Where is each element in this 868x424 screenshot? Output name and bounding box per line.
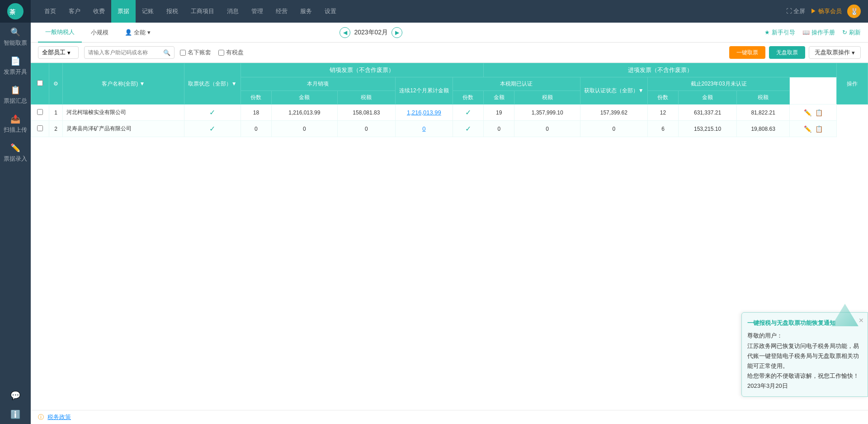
- user-avatar[interactable]: 🐰: [847, 5, 861, 18]
- statusbar-text[interactable]: 税务政策: [47, 413, 71, 421]
- nav-business[interactable]: 工商项目: [184, 0, 221, 23]
- th-uncertified: 截止2023年03月未认证: [647, 77, 790, 91]
- th-fetch-status: 取票状态（全部）▼: [184, 63, 241, 105]
- new-guide-icon: ★: [764, 29, 770, 36]
- invoice-open-icon: 📄: [10, 56, 20, 66]
- period-prev-button[interactable]: ◀: [340, 27, 350, 38]
- period-next-button[interactable]: ▶: [392, 27, 402, 38]
- sidebar-item-invoice-entry[interactable]: ✏️ 票据录入: [0, 138, 31, 167]
- period-label: 2023年02月: [354, 29, 388, 37]
- th-cert-count: 份数: [453, 91, 483, 105]
- filter-has-disk-checkbox[interactable]: [218, 50, 224, 56]
- row-uncert-count: 6: [647, 121, 678, 137]
- row-index: 1: [49, 105, 63, 121]
- row-edit-icon[interactable]: ✏️: [804, 125, 811, 133]
- row-copy-icon[interactable]: 📋: [815, 109, 823, 116]
- row-sales-count: 0: [241, 121, 271, 137]
- th-cert-amount: 金额: [484, 91, 514, 105]
- select-all-checkbox[interactable]: [37, 80, 43, 86]
- fullscreen-button[interactable]: ⛶ 全屏: [786, 7, 806, 15]
- tab-general-taxpayer[interactable]: 一般纳税人: [38, 23, 82, 43]
- nav-bookkeeping[interactable]: 记账: [136, 0, 160, 23]
- employee-select[interactable]: 全部员工 ▾: [38, 46, 79, 59]
- row-index: 2: [49, 121, 63, 137]
- tab-nav-actions: ★ 新手引导 📖 操作手册 ↻ 刷新: [764, 29, 861, 37]
- row-checkbox[interactable]: [31, 105, 49, 121]
- chat-icon: 💬: [10, 391, 20, 400]
- row-sales-count: 18: [241, 105, 271, 121]
- invoice-entry-icon: ✏️: [10, 143, 20, 153]
- nav-operation[interactable]: 经营: [269, 0, 294, 23]
- row-uncert-amount: 153,215.10: [679, 121, 737, 137]
- row-sales-accum[interactable]: 0: [396, 121, 453, 137]
- nav-invoice[interactable]: 票据: [111, 0, 136, 23]
- nav-message[interactable]: 消息: [221, 0, 245, 23]
- tab-general-taxpayer-label: 一般纳税人: [45, 28, 75, 36]
- member-button[interactable]: ▶ 畅享会员: [811, 7, 842, 15]
- sidebar-item-invoice-summary[interactable]: 📋 票据汇总: [0, 81, 31, 110]
- tab-all-icon: 👤: [125, 29, 132, 36]
- row-copy-icon[interactable]: 📋: [815, 125, 823, 133]
- sidebar-item-smart-fetch[interactable]: 🔍 智能取票: [0, 23, 31, 52]
- nav-manage[interactable]: 管理: [245, 0, 269, 23]
- row-edit-icon[interactable]: ✏️: [804, 109, 811, 116]
- refresh-button[interactable]: ↻ 刷新: [842, 29, 861, 37]
- sidebar-item-smart-fetch-label: 智能取票: [4, 39, 27, 47]
- main-table: ⚙ 客户名称(全部) ▼ 取票状态（全部）▼ 销项发票（不含作废票） 进项发票（…: [31, 63, 868, 137]
- manual-button[interactable]: 📖 操作手册: [802, 29, 835, 37]
- nav-settings[interactable]: 设置: [318, 0, 343, 23]
- row-sales-accum[interactable]: 1,216,013.99: [396, 105, 453, 121]
- search-icon: 🔍: [163, 49, 170, 56]
- sidebar-item-invoice-entry-label: 票据录入: [4, 155, 27, 163]
- employee-dropdown-icon: ▾: [67, 49, 71, 56]
- no-disk-operation-button[interactable]: 无盘取票操作 ▾: [809, 46, 861, 59]
- row-cert-count: 0: [484, 121, 514, 137]
- no-disk-fetch-button[interactable]: 无盘取票: [769, 46, 805, 59]
- row-actions: ✏️ 📋: [790, 121, 837, 137]
- nav-service[interactable]: 服务: [294, 0, 318, 23]
- statusbar-icon: ⓘ: [38, 413, 44, 421]
- th-operation: 操作: [837, 63, 868, 105]
- filter-own-account-checkbox[interactable]: [180, 50, 186, 56]
- employee-select-value: 全部员工: [42, 48, 66, 57]
- tab-all-dropdown-icon: ▾: [147, 29, 151, 36]
- one-click-fetch-button[interactable]: 一键取票: [729, 46, 765, 59]
- smart-fetch-icon: 🔍: [10, 27, 20, 37]
- row-checkbox[interactable]: [31, 121, 49, 137]
- sidebar-item-invoice-open[interactable]: 📄 发票开具: [0, 52, 31, 81]
- nav-home[interactable]: 首页: [38, 0, 62, 23]
- row-uncert-tax: 19,808.63: [736, 121, 790, 137]
- tab-all[interactable]: 👤 全能 ▾: [118, 23, 158, 43]
- sidebar-item-invoice-open-label: 发票开具: [4, 68, 27, 76]
- sidebar-item-chat[interactable]: 💬: [0, 386, 31, 405]
- nav-tax[interactable]: 报税: [160, 0, 184, 23]
- th-settings: ⚙: [49, 63, 63, 105]
- filter-has-disk[interactable]: 有税盘: [218, 48, 244, 57]
- th-sales-tax: 税额: [337, 91, 396, 105]
- row-actions: ✏️ 📋: [790, 105, 837, 121]
- notification-close-button[interactable]: ✕: [859, 315, 864, 326]
- filter-own-account[interactable]: 名下账套: [180, 48, 211, 57]
- notification-date: 2023年3月20日: [747, 381, 862, 391]
- sidebar-item-scan-upload[interactable]: 📤 扫描上传: [0, 110, 31, 138]
- logo: 茶: [0, 0, 31, 23]
- sidebar-item-invoice-summary-label: 票据汇总: [4, 97, 27, 105]
- row-uncert-count: 12: [647, 105, 678, 121]
- nav-right: ⛶ 全屏 ▶ 畅享会员 🐰: [786, 5, 861, 18]
- tab-small-scale[interactable]: 小规模: [84, 23, 116, 43]
- row-sales-tax: 158,081.83: [337, 105, 396, 121]
- statusbar: ⓘ 税务政策: [31, 410, 868, 424]
- nav-customer[interactable]: 客户: [62, 0, 87, 23]
- search-input[interactable]: [88, 49, 163, 56]
- search-box[interactable]: 🔍: [84, 46, 175, 59]
- notification-content2: 江苏政务网已恢复访问电子税务局功能，易代账一键登陆电子税务局与无盘取票相关功能可…: [747, 341, 862, 371]
- nav-billing[interactable]: 收费: [87, 0, 111, 23]
- no-disk-operation-label: 无盘取票操作: [815, 48, 850, 57]
- th-purchase-invoice-group: 进项发票（不含作废票）: [484, 63, 837, 77]
- no-disk-operation-dropdown-icon: ▾: [852, 49, 855, 56]
- row-customer-name: 灵寿县尚泽矿产品有限公司: [63, 121, 184, 137]
- sidebar-item-info[interactable]: ℹ️: [0, 405, 31, 424]
- th-checkbox: [31, 63, 49, 105]
- new-guide-button[interactable]: ★ 新手引导: [764, 29, 795, 37]
- table-row: 2 灵寿县尚泽矿产品有限公司 ✓ 0 0 0 0 ✓ 0 0 0 6 153,2…: [31, 121, 868, 137]
